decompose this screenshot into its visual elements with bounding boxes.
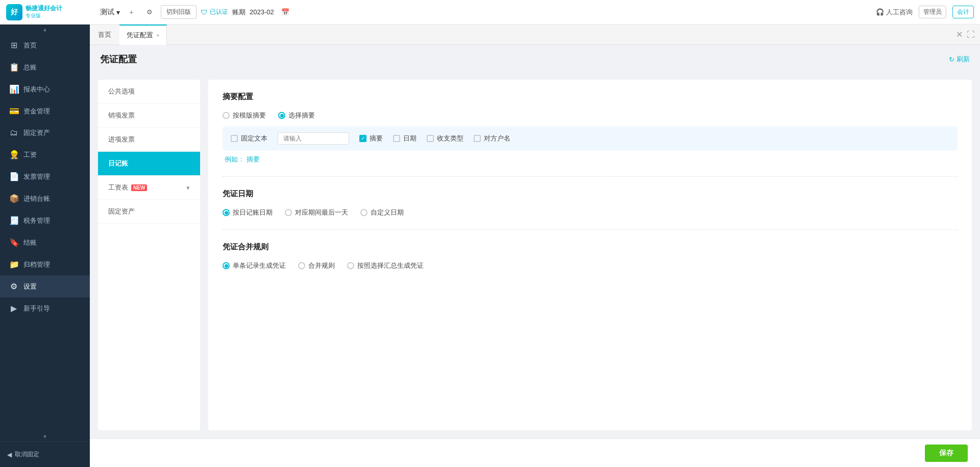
checkbox-pay-type[interactable]: 收支类型 [427, 134, 463, 143]
refresh-button[interactable]: ↻ 刷新 [949, 55, 970, 64]
sidebar-item-settings[interactable]: ⚙ 设置 [0, 275, 90, 297]
checkbox-counterpart[interactable]: 对方户名 [474, 134, 510, 143]
pay-type-label: 收支类型 [437, 134, 463, 143]
tab-bar: 首页 凭证配置 × ✕ ⛶ [90, 25, 980, 45]
left-nav-diary[interactable]: 日记账 [98, 152, 200, 176]
sidebar-label-payroll: 工资 [23, 150, 37, 159]
tab-home[interactable]: 首页 [90, 25, 119, 45]
tab-voucher-config[interactable]: 凭证配置 × [119, 25, 167, 45]
sidebar-label-home: 首页 [23, 41, 37, 50]
sidebar-item-guide[interactable]: ▶ 新手引导 [0, 297, 90, 319]
example-text: 例如： 摘要 [223, 155, 958, 164]
tab-close-button[interactable]: × [156, 32, 159, 38]
date-option-diary[interactable]: 按日记账日期 [223, 208, 273, 217]
switch-old-version-button[interactable]: 切到旧版 [161, 5, 197, 19]
invoice-icon: 📄 [9, 172, 18, 181]
by-selection-radio[interactable] [347, 262, 354, 269]
left-nav-payroll-table[interactable]: 工资表 NEW ▾ [98, 176, 200, 200]
sidebar-item-home[interactable]: ⊞ 首页 [0, 34, 90, 56]
last-day-radio[interactable] [285, 209, 292, 216]
consult-button[interactable]: 🎧 人工咨询 [876, 8, 913, 17]
sidebar-item-archive[interactable]: 📁 归档管理 [0, 253, 90, 275]
merge-section: 凭证合并规则 单条记录生成凭证 合并规则 [223, 242, 958, 283]
sales-icon: 📦 [9, 194, 18, 203]
single-label: 单条记录生成凭证 [233, 261, 286, 270]
checkbox-summary[interactable]: 摘要 [359, 134, 383, 143]
merge-section-title: 凭证合并规则 [223, 242, 958, 252]
left-nav-sales-invoice[interactable]: 销项发票 [98, 104, 200, 128]
single-radio[interactable] [223, 262, 230, 269]
diary-date-radio[interactable] [223, 209, 230, 216]
summary-radio-group: 按模版摘要 选择摘要 [223, 111, 958, 120]
sidebar-item-assets[interactable]: 🗂 固定资产 [0, 122, 90, 144]
summary-option-select[interactable]: 选择摘要 [278, 111, 315, 120]
fixed-text-checkbox[interactable] [231, 135, 238, 142]
summary-checkbox[interactable] [359, 135, 366, 142]
date-option-custom[interactable]: 自定义日期 [360, 208, 404, 217]
project-selector[interactable]: 测试 ▾ [100, 8, 120, 17]
left-nav-public[interactable]: 公共选项 [98, 80, 200, 104]
sidebar-label-capital: 资金管理 [23, 107, 50, 116]
tab-voucher-config-label: 凭证配置 [127, 31, 153, 40]
shield-icon: 🛡 [201, 8, 208, 16]
sidebar-scroll-down[interactable]: ▼ [0, 432, 90, 441]
left-nav: 公共选项 销项发票 进项发票 日记账 工资表 NEW ▾ 固定资产 [98, 80, 200, 430]
template-radio-label: 按模版摘要 [233, 111, 266, 120]
merge-rule-radio[interactable] [298, 262, 305, 269]
save-button[interactable]: 保存 [925, 445, 968, 462]
period-value: 2023-02 [250, 8, 274, 16]
app-logo-text: 畅捷通好会计 [26, 5, 62, 12]
sidebar-item-settle[interactable]: 🔖 结账 [0, 231, 90, 253]
left-nav-purchase-invoice[interactable]: 进项发票 [98, 128, 200, 152]
close-icon[interactable]: ✕ [956, 30, 963, 39]
merge-option-selection[interactable]: 按照选择汇总生成凭证 [347, 261, 424, 270]
sidebar-item-ledger[interactable]: 📋 总账 [0, 56, 90, 78]
accountant-button[interactable]: 会计 [952, 6, 974, 18]
merge-rule-label: 合并规则 [308, 261, 335, 270]
select-radio-label: 选择摘要 [288, 111, 315, 120]
custom-date-radio[interactable] [360, 209, 368, 216]
counterpart-checkbox[interactable] [474, 135, 481, 142]
calendar-icon[interactable]: 📅 [278, 5, 292, 19]
reports-icon: 📊 [9, 84, 18, 94]
sidebar-item-capital[interactable]: 💳 资金管理 [0, 100, 90, 122]
sidebar-item-tax[interactable]: 🧾 税务管理 [0, 209, 90, 231]
date-checkbox[interactable] [393, 135, 400, 142]
sidebar-scroll-up[interactable]: ▲ [0, 25, 90, 34]
tab-right-actions: ✕ ⛶ [956, 30, 980, 39]
date-option-last-day[interactable]: 对应期间最后一天 [285, 208, 348, 217]
sidebar-label-archive: 归档管理 [23, 260, 50, 269]
left-nav-fixed-assets[interactable]: 固定资产 [98, 200, 200, 224]
new-badge: NEW [131, 184, 147, 191]
summary-option-template[interactable]: 按模版摘要 [223, 111, 266, 120]
sidebar-item-sales[interactable]: 📦 进销台账 [0, 188, 90, 209]
template-radio[interactable] [223, 112, 230, 119]
counterpart-label: 对方户名 [484, 134, 510, 143]
page-wrapper: 公共选项 销项发票 进项发票 日记账 工资表 NEW ▾ 固定资产 [90, 72, 980, 438]
checkbox-date[interactable]: 日期 [393, 134, 416, 143]
checkbox-fixed-text[interactable]: 固定文本 [231, 134, 267, 143]
add-button[interactable]: ＋ [124, 5, 138, 19]
page-title-bar: 凭证配置 ↻ 刷新 [90, 45, 980, 72]
sidebar-label-assets: 固定资产 [23, 128, 50, 137]
merge-option-single[interactable]: 单条记录生成凭证 [223, 261, 286, 270]
sidebar-item-invoice[interactable]: 📄 发票管理 [0, 166, 90, 188]
admin-button[interactable]: 管理员 [919, 6, 946, 18]
summary-section: 摘要配置 按模版摘要 选择摘要 [223, 92, 958, 177]
sidebar-item-reports[interactable]: 📊 报表中心 [0, 78, 90, 100]
date-section-title: 凭证日期 [223, 189, 958, 199]
sidebar-bottom: ◀ 取消固定 [0, 441, 90, 467]
fixed-text-input[interactable] [278, 132, 349, 145]
sidebar-label-settings: 设置 [23, 282, 37, 291]
sidebar-label-guide: 新手引导 [23, 304, 50, 313]
pay-type-checkbox[interactable] [427, 135, 434, 142]
merge-option-rule[interactable]: 合并规则 [298, 261, 335, 270]
sidebar-item-payroll[interactable]: 👷 工资 [0, 144, 90, 166]
expand-icon[interactable]: ⛶ [967, 30, 975, 39]
merge-radio-group: 单条记录生成凭证 合并规则 按照选择汇总生成凭证 [223, 261, 958, 270]
sidebar-label-reports: 报表中心 [23, 85, 50, 94]
right-content: 摘要配置 按模版摘要 选择摘要 [208, 80, 972, 430]
settings-icon[interactable]: ⚙ [142, 5, 157, 19]
cancel-fixed-button[interactable]: ◀ 取消固定 [0, 446, 90, 463]
select-radio[interactable] [278, 112, 285, 119]
